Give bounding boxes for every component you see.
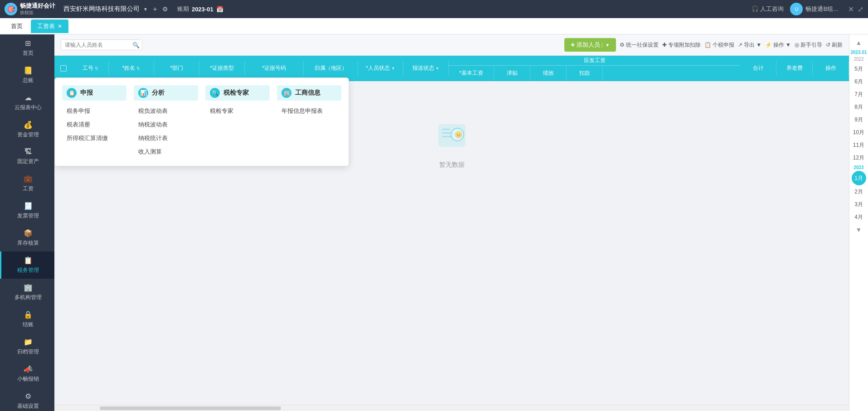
sidebar-item-cloud-report[interactable]: ☁ 云报表中心 <box>0 89 54 116</box>
period-label: 账期 <box>177 5 189 13</box>
month-2[interactable]: 2月 <box>851 185 867 198</box>
month-11[interactable]: 11月 <box>851 139 867 151</box>
operations-action[interactable]: ⚡ 操作 ▼ <box>765 41 791 49</box>
add-company-icon[interactable]: ＋ <box>151 5 159 14</box>
sidebar-item-tax[interactable]: 📋 税务管理 <box>0 251 54 279</box>
th-performance: 绩效 <box>530 66 567 81</box>
month-6[interactable]: 6月 <box>851 75 867 88</box>
tax-return-action[interactable]: 📋 个税申报 <box>704 41 734 49</box>
sidebar-item-fund[interactable]: 💰 资金管理 <box>0 116 54 143</box>
payroll-icon: 💼 <box>24 174 33 183</box>
company-selector[interactable]: 西安虾米网络科技有限公司 ▼ ＋ ⚙ <box>63 5 168 14</box>
th-region: 归属（地区） <box>304 61 358 76</box>
dropdown-item-tax-table[interactable]: 税表清册 <box>62 118 126 131</box>
sidebar-item-invoice[interactable]: 🧾 发票管理 <box>0 197 54 224</box>
export-arrow: ▼ <box>756 42 761 48</box>
help-button[interactable]: 🎧 人工咨询 <box>752 5 784 13</box>
analysis-icon: 📊 <box>138 88 148 98</box>
refresh-action[interactable]: ↺ 刷新 <box>826 41 843 49</box>
horizontal-scrollbar[interactable] <box>54 405 849 411</box>
search-button[interactable]: 🔍 <box>132 42 140 48</box>
th-total: 合计 <box>740 61 776 76</box>
dropdown-item-income-settlement[interactable]: 所得税汇算清缴 <box>62 131 126 145</box>
dropdown-item-tax-fluctuation[interactable]: 纳税波动表 <box>134 118 198 131</box>
sidebar-label-closing: 结账 <box>23 321 34 329</box>
sidebar-item-closing[interactable]: 🔒 结账 <box>0 306 54 333</box>
scroll-thumb[interactable] <box>100 406 281 410</box>
marketing-icon: 📣 <box>24 365 33 373</box>
settings-icon[interactable]: ⚙ <box>162 5 168 13</box>
sidebar-item-fixed-assets[interactable]: 🏗 固定资产 <box>0 143 54 170</box>
operations-icon: ⚡ <box>765 42 772 48</box>
sidebar-item-settings[interactable]: ⚙ 基础设置 <box>0 387 54 411</box>
special-deduction-action[interactable]: ✚ 专项附加扣除 <box>662 41 701 49</box>
sidebar-item-archive[interactable]: 📁 归档管理 <box>0 333 54 360</box>
dropdown-item-tax-declaration[interactable]: 税务申报 <box>62 104 126 118</box>
content-area: 🔍 + 添加人员 ▼ ⚙ 统一社保设置 ✚ 专项附加扣除 📋 个税申报 ↗ <box>54 34 849 411</box>
user-area[interactable]: U 畅捷通B组... <box>790 3 838 15</box>
month-10[interactable]: 10月 <box>851 126 867 139</box>
close-button[interactable]: ✕ <box>848 5 854 14</box>
social-security-action[interactable]: ⚙ 统一社保设置 <box>620 41 659 49</box>
tax-icon: 📋 <box>24 256 33 265</box>
sidebar-item-home[interactable]: ⊞ 首页 <box>0 34 54 62</box>
search-input[interactable] <box>61 39 142 50</box>
current-year-label: 2023 <box>853 164 863 171</box>
tab-payroll[interactable]: 工资表 ✕ <box>31 19 68 33</box>
tab-close-icon[interactable]: ✕ <box>58 23 62 29</box>
sidebar-item-ledger[interactable]: 📒 总账 <box>0 62 54 89</box>
sidebar-item-marketing[interactable]: 📣 小畅报销 <box>0 360 54 387</box>
tax-return-icon: 📋 <box>704 42 711 48</box>
sidebar-label-fund: 资金管理 <box>17 131 39 139</box>
sidebar-item-payroll[interactable]: 💼 工资 <box>0 170 54 197</box>
timeline-down-button[interactable]: ▼ <box>853 223 865 236</box>
company-dropdown-icon[interactable]: ▼ <box>143 7 148 12</box>
month-8[interactable]: 8月 <box>851 101 867 113</box>
month-9[interactable]: 9月 <box>851 113 867 126</box>
dropdown-title-business: 🏢 工商信息 <box>277 85 341 101</box>
month-7[interactable]: 7月 <box>851 88 867 101</box>
window-controls: ✕ ⤢ <box>848 5 863 14</box>
sidebar-label-inventory: 库存核算 <box>17 239 39 247</box>
month-3[interactable]: 3月 <box>851 198 867 211</box>
month-1[interactable]: 1月 <box>852 171 866 185</box>
sort-icon-name[interactable]: ⇅ <box>136 66 140 71</box>
month-12[interactable]: 12月 <box>851 151 867 164</box>
filter-icon-report[interactable]: ▼ <box>436 66 440 71</box>
month-5[interactable]: 5月 <box>851 63 867 75</box>
dropdown-item-tax-burden[interactable]: 税负波动表 <box>134 104 198 118</box>
th-checkbox[interactable] <box>54 65 73 72</box>
settings-sidebar-icon: ⚙ <box>25 392 31 401</box>
add-employee-button[interactable]: + 添加人员 ▼ <box>564 38 616 52</box>
sidebar-item-multi-org[interactable]: 🏢 多机构管理 <box>0 279 54 306</box>
dropdown-title-declaration: 📋 申报 <box>62 85 126 101</box>
calendar-icon[interactable]: 📅 <box>216 6 223 13</box>
maximize-button[interactable]: ⤢ <box>858 5 863 14</box>
tab-home[interactable]: 首页 <box>5 19 29 33</box>
th-pension: 养老费 <box>776 61 813 76</box>
sidebar-item-inventory[interactable]: 📦 库存核算 <box>0 224 54 251</box>
archive-icon: 📁 <box>24 338 33 346</box>
sidebar: ⊞ 首页 📒 总账 ☁ 云报表中心 💰 资金管理 🏗 固定资产 💼 工资 🧾 发… <box>0 34 54 411</box>
dropdown-item-annual-report[interactable]: 年报信息申报表 <box>277 104 341 118</box>
assets-icon: 🏗 <box>24 148 32 156</box>
tab-home-label: 首页 <box>11 23 23 29</box>
timeline-up-button[interactable]: ▲ <box>853 36 865 49</box>
invoice-icon: 🧾 <box>24 202 33 210</box>
th-pension-label: 养老费 <box>786 64 803 72</box>
headset-icon: 🎧 <box>752 5 759 12</box>
select-all-checkbox[interactable] <box>60 65 67 72</box>
guide-action[interactable]: ◎ 新手引导 <box>795 41 822 49</box>
month-4[interactable]: 4月 <box>851 211 867 223</box>
filter-icon-status[interactable]: ▼ <box>391 66 395 71</box>
add-icon: + <box>571 41 575 49</box>
top-header: 🎯 畅捷通好会计 旗舰版 西安虾米网络科技有限公司 ▼ ＋ ⚙ 账期 2023-… <box>0 0 868 18</box>
toolbar: 🔍 + 添加人员 ▼ ⚙ 统一社保设置 ✚ 专项附加扣除 📋 个税申报 ↗ <box>54 34 849 56</box>
sort-icon-id[interactable]: ⇅ <box>95 66 98 71</box>
export-action[interactable]: ↗ 导出 ▼ <box>738 41 761 49</box>
header-right: 🎧 人工咨询 U 畅捷通B组... ✕ ⤢ <box>752 3 863 15</box>
tax-expert-col-icon: 🔍 <box>210 88 220 98</box>
dropdown-item-income-simulation[interactable]: 收入测算 <box>134 145 198 159</box>
dropdown-item-tax-statistics[interactable]: 纳税统计表 <box>134 131 198 145</box>
dropdown-item-tax-expert[interactable]: 税检专家 <box>205 104 270 118</box>
